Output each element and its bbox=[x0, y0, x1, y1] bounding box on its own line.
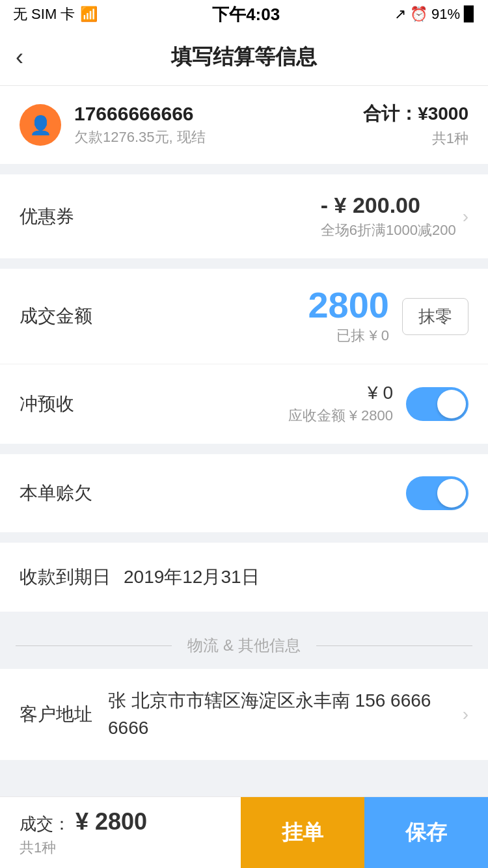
coupon-right: - ¥ 200.00 全场6折满1000减200 › bbox=[321, 193, 468, 240]
due-date-value: 2019年12月31日 bbox=[124, 565, 260, 590]
nav-bar: ‹ 填写结算等信息 bbox=[0, 29, 488, 86]
debt-toggle-knob bbox=[437, 479, 466, 508]
toggle-knob bbox=[437, 390, 466, 418]
hold-button[interactable]: 挂单 bbox=[241, 797, 364, 869]
debt-toggle[interactable] bbox=[406, 476, 468, 510]
pre-sub: 应收金额 ¥ 2800 bbox=[288, 406, 393, 426]
bottom-deal-line: 成交： ¥ 2800 bbox=[20, 808, 221, 835]
content-area: 👤 17666666666 欠款1276.35元, 现结 合计：¥3000 共1… bbox=[0, 86, 488, 868]
due-date-label: 收款到期日 bbox=[20, 565, 111, 590]
wifi-icon: 📶 bbox=[80, 6, 98, 23]
coupon-amount: - ¥ 200.00 bbox=[321, 193, 456, 218]
pre-right: ¥ 0 应收金额 ¥ 2800 bbox=[288, 383, 468, 426]
deal-amount-row: 成交金额 2800 已抹 ¥ 0 抹零 bbox=[0, 269, 488, 364]
battery-icon: ▉ bbox=[464, 6, 475, 23]
user-info: 17666666666 欠款1276.35元, 现结 bbox=[74, 103, 206, 147]
status-time: 下午4:03 bbox=[212, 3, 280, 26]
user-phone: 17666666666 bbox=[74, 103, 206, 125]
bottom-deal-amount: ¥ 2800 bbox=[75, 808, 147, 835]
user-total: 合计：¥3000 bbox=[363, 102, 468, 126]
chevron-right-icon: › bbox=[463, 206, 468, 227]
battery-level: 91% bbox=[431, 6, 460, 23]
deal-section: 成交金额 2800 已抹 ¥ 0 抹零 冲预收 ¥ 0 应收金额 ¥ 2800 bbox=[0, 269, 488, 444]
alarm-icon: ⏰ bbox=[410, 6, 427, 23]
status-left: 无 SIM 卡 📶 bbox=[13, 5, 98, 24]
user-card: 👤 17666666666 欠款1276.35元, 现结 合计：¥3000 共1… bbox=[0, 86, 488, 164]
user-left: 👤 17666666666 欠款1276.35元, 现结 bbox=[20, 103, 206, 147]
user-count: 共1种 bbox=[363, 129, 468, 148]
address-label: 客户地址 bbox=[20, 702, 92, 727]
address-value: 张 北京市市辖区海淀区永丰南 156 6666 6666 bbox=[108, 687, 463, 742]
deal-amount-label: 成交金额 bbox=[20, 304, 92, 329]
pre-amount: ¥ 0 bbox=[288, 383, 393, 403]
coupon-label: 优惠券 bbox=[20, 204, 74, 229]
deal-amount-sub: 已抹 ¥ 0 bbox=[308, 326, 389, 346]
divider-text: 物流 & 其他信息 bbox=[187, 635, 300, 656]
user-right: 合计：¥3000 共1种 bbox=[363, 102, 468, 148]
pre-receive-toggle[interactable] bbox=[406, 387, 468, 421]
address-row[interactable]: 客户地址 张 北京市市辖区海淀区永丰南 156 6666 6666 › bbox=[0, 669, 488, 760]
deal-right: 2800 已抹 ¥ 0 抹零 bbox=[308, 287, 468, 346]
bottom-count: 共1种 bbox=[20, 838, 221, 858]
pre-receive-row: 冲预收 ¥ 0 应收金额 ¥ 2800 bbox=[0, 364, 488, 444]
coupon-info: - ¥ 200.00 全场6折满1000减200 bbox=[321, 193, 456, 240]
page-title: 填写结算等信息 bbox=[171, 43, 317, 72]
user-debt: 欠款1276.35元, 现结 bbox=[74, 128, 206, 147]
bottom-bar: 成交： ¥ 2800 共1种 挂单 保存 bbox=[0, 796, 488, 868]
avatar: 👤 bbox=[20, 104, 61, 146]
status-right: ↗ ⏰ 91% ▉ bbox=[394, 6, 475, 23]
round-zero-button[interactable]: 抹零 bbox=[402, 298, 468, 335]
sim-status: 无 SIM 卡 bbox=[13, 5, 75, 24]
due-date-row: 收款到期日 2019年12月31日 bbox=[0, 543, 488, 612]
bottom-deal-label: 成交： bbox=[20, 813, 70, 835]
location-icon: ↗ bbox=[394, 6, 406, 23]
debt-label: 本单赊欠 bbox=[20, 481, 92, 506]
divider-section: 物流 & 其他信息 bbox=[0, 622, 488, 669]
bottom-summary: 成交： ¥ 2800 共1种 bbox=[0, 808, 241, 858]
deal-amount-block: 2800 已抹 ¥ 0 bbox=[308, 287, 389, 346]
coupon-row[interactable]: 优惠券 - ¥ 200.00 全场6折满1000减200 › bbox=[0, 174, 488, 258]
back-button[interactable]: ‹ bbox=[16, 44, 23, 71]
save-button[interactable]: 保存 bbox=[364, 797, 488, 869]
coupon-desc: 全场6折满1000减200 bbox=[321, 221, 456, 240]
divider-line-right bbox=[316, 645, 472, 646]
debt-row: 本单赊欠 bbox=[0, 454, 488, 532]
status-bar: 无 SIM 卡 📶 下午4:03 ↗ ⏰ 91% ▉ bbox=[0, 0, 488, 29]
pre-amount-block: ¥ 0 应收金额 ¥ 2800 bbox=[288, 383, 393, 426]
avatar-icon: 👤 bbox=[29, 115, 52, 136]
divider-line-left bbox=[16, 645, 172, 646]
address-chevron-icon: › bbox=[463, 704, 468, 725]
pre-receive-label: 冲预收 bbox=[20, 392, 74, 416]
deal-amount-value: 2800 bbox=[308, 287, 389, 323]
